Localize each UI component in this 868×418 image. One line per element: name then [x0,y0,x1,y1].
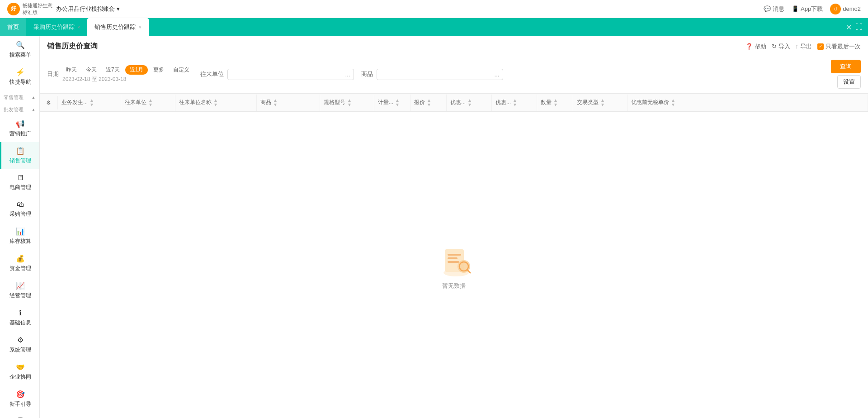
th-qty[interactable]: 数量 ▲▼ [537,95,573,111]
table-header: ⚙ 业务发生... ▲▼ 往来单位 ▲▼ 往来单位名称 ▲▼ 商品 ▲▼ [40,94,868,112]
th-notax-price[interactable]: 优惠前无税单价 ▲▼ [627,95,868,111]
sidebar-item-appstore[interactable]: 📱 应用中心 [0,413,39,418]
collab-icon: 🤝 [16,363,25,371]
import-button[interactable]: ↻ 导入 [772,43,790,51]
empty-state: 暂无数据 [40,112,868,418]
th-trade-type[interactable]: 交易类型 ▲▼ [573,95,627,111]
logo-area: 好 畅捷通好生意 标准版 [7,2,52,15]
th-goods[interactable]: 商品 ▲▼ [257,95,320,111]
tab-sales-close[interactable]: × [138,24,141,30]
sidebar-item-finance[interactable]: 💰 资金管理 [0,250,39,277]
avatar: d [830,4,841,14]
user-menu[interactable]: d demo2 [830,4,861,14]
only-last-checkbox[interactable]: 只看最后一次 [817,43,861,51]
th-spec[interactable]: 规格型号 ▲▼ [320,95,374,111]
sort-icon: ▲▼ [513,98,517,107]
sidebar-label: 快捷导航 [9,78,31,86]
sidebar-label: 采购管理 [9,210,31,218]
date-btn-yesterday[interactable]: 昨天 [62,65,80,75]
dropdown-icon: ▾ [117,5,120,12]
th-biz-date[interactable]: 业务发生... ▲▼ [58,95,121,111]
ecommerce-icon: 🖥 [17,174,24,182]
guide-icon: 🎯 [16,390,25,399]
company-selector[interactable]: 办公用品行业模拟账套 ▾ [56,5,120,13]
date-btn-more[interactable]: 更多 [150,65,168,75]
tab-purchase-close[interactable]: × [77,24,80,30]
main-layout: 🔍 搜索菜单 ⚡ 快捷导航 零售管理 ▲ 批发管理 ▲ 📢 营销推广 📋 销售管… [0,36,868,418]
page-header: 销售历史价查询 ❓ 帮助 ↻ 导入 ↑ 导出 只看最后一次 [40,36,868,55]
sidebar-item-marketing[interactable]: 📢 营销推广 [0,115,39,142]
help-button[interactable]: ❓ 帮助 [745,43,766,51]
finance-icon: 💰 [16,254,25,263]
sidebar-item-system[interactable]: ⚙ 系统管理 [0,331,39,358]
sidebar-section-retail[interactable]: 零售管理 ▲ [0,90,39,103]
sort-icon: ▲▼ [553,98,558,107]
export-button[interactable]: ↑ 导出 [796,43,812,51]
th-discount2[interactable]: 优惠... ▲▼ [492,95,537,111]
logo-icon: 好 [7,3,20,15]
sidebar-item-basics[interactable]: ℹ 基础信息 [0,304,39,331]
sidebar-item-ecommerce[interactable]: 🖥 电商管理 [0,169,39,196]
chat-button[interactable]: 💬 消息 [764,5,784,13]
sort-icon: ▲▼ [148,98,153,107]
sidebar-item-inventory[interactable]: 📊 库存核算 [0,223,39,250]
sort-icon: ▲▼ [273,98,278,107]
quicknav-icon: ⚡ [16,68,25,76]
sidebar-item-purchase[interactable]: 🛍 采购管理 [0,196,39,223]
sort-icon: ▲▼ [347,98,352,107]
chat-icon: 💬 [764,5,771,12]
th-partner[interactable]: 往来单位 ▲▼ [121,95,175,111]
sidebar-item-collab[interactable]: 🤝 企业协同 [0,358,39,385]
tab-home[interactable]: 首页 [0,18,26,36]
tab-expand-icon[interactable]: ⛶ [855,23,863,31]
sidebar-label: 系统管理 [9,346,31,354]
sales-icon: 📋 [16,147,25,155]
wholesale-arrow-icon: ▲ [31,107,36,112]
checkbox-icon [817,43,824,50]
tab-purchase-history[interactable]: 采购历史价跟踪 × [26,18,87,36]
svg-rect-3 [448,257,458,259]
inventory-icon: 📊 [16,227,25,236]
date-range-text: 2023-02-18 至 2023-03-18 [62,76,193,83]
th-settings[interactable]: ⚙ [40,96,58,109]
sidebar-label: 企业协同 [9,373,31,381]
setting-button[interactable]: 设置 [837,75,861,89]
app-download-button[interactable]: 📱 App下载 [792,5,823,13]
partner-input[interactable]: ... [227,69,354,80]
svg-rect-2 [448,254,461,256]
sidebar-item-quicknav[interactable]: ⚡ 快捷导航 [0,63,39,90]
sidebar-label: 基础信息 [9,319,31,327]
empty-text: 暂无数据 [442,282,466,290]
date-btn-custom[interactable]: 自定义 [170,65,193,75]
sort-icon: ▲▼ [600,98,605,107]
sidebar-item-search[interactable]: 🔍 搜索菜单 [0,36,39,63]
partner-filter: 往来单位 ... [200,69,354,80]
page-title: 销售历史价查询 [47,42,98,51]
sort-icon: ▲▼ [467,98,472,107]
tab-bar: 首页 采购历史价跟踪 × 销售历史价跟踪 × ✕ ⛶ [0,18,868,36]
sidebar-label: 搜索菜单 [9,51,31,59]
query-button[interactable]: 查询 [831,60,861,73]
sidebar-section-wholesale[interactable]: 批发管理 ▲ [0,103,39,115]
date-btn-7days[interactable]: 近7天 [102,65,123,75]
sidebar-label: 营销推广 [9,130,31,138]
date-buttons: 昨天 今天 近7天 近1月 更多 自定义 [62,65,193,75]
import-icon: ↻ [772,43,777,50]
sidebar-item-sales[interactable]: 📋 销售管理 [0,142,39,169]
date-btn-today[interactable]: 今天 [82,65,100,75]
th-partner-name[interactable]: 往来单位名称 ▲▼ [175,95,257,111]
sidebar-label: 资金管理 [9,265,31,272]
sidebar-item-guide[interactable]: 🎯 新手引导 [0,385,39,413]
th-unit[interactable]: 计量... ▲▼ [374,95,410,111]
page-actions: ❓ 帮助 ↻ 导入 ↑ 导出 只看最后一次 [745,43,861,51]
marketing-icon: 📢 [16,119,25,128]
top-bar-left: 好 畅捷通好生意 标准版 办公用品行业模拟账套 ▾ [7,2,120,15]
tab-sales-history[interactable]: 销售历史价跟踪 × [87,18,148,36]
th-discount1[interactable]: 优惠... ▲▼ [447,95,492,111]
th-price[interactable]: 报价 ▲▼ [410,95,447,111]
sidebar-item-operations[interactable]: 📈 经营管理 [0,277,39,304]
goods-input[interactable]: ... [377,69,503,80]
date-btn-1month[interactable]: 近1月 [125,65,148,75]
tab-close-all-icon[interactable]: ✕ [846,23,852,32]
app-icon: 📱 [792,5,799,12]
